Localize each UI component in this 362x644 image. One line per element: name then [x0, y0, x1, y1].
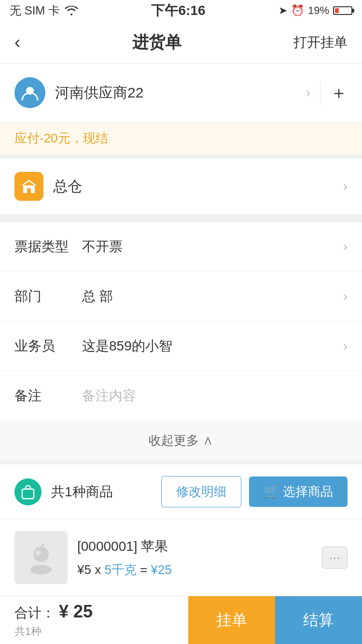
- remark-input[interactable]: 备注内容: [82, 387, 348, 405]
- svg-point-5: [30, 565, 52, 574]
- salesman-chevron-icon: ›: [343, 338, 348, 354]
- department-row[interactable]: 部门 总 部 ›: [0, 272, 362, 322]
- main-content: 河南供应商22 › ＋ 应付-20元，现结 总仓 › 票据类型 不开票 › 部门…: [0, 64, 362, 644]
- product-more-button[interactable]: ···: [322, 546, 348, 569]
- warehouse-name: 总仓: [53, 177, 343, 196]
- product-item: 👁 [0000001] 苹果 ¥5 x 5千克 = ¥25 ···: [0, 519, 362, 600]
- supplier-chevron-icon: ›: [306, 85, 310, 100]
- total-amount: ¥ 25: [59, 602, 93, 622]
- svg-rect-2: [27, 188, 31, 193]
- svg-rect-3: [22, 489, 34, 499]
- page-title: 进货单: [132, 31, 181, 54]
- select-product-button[interactable]: 🛒 选择商品: [249, 476, 348, 507]
- open-pending-button[interactable]: 打开挂单: [293, 33, 348, 52]
- remark-row[interactable]: 备注 备注内容: [0, 371, 362, 421]
- status-time: 下午6:16: [151, 1, 205, 20]
- battery-pct: 19%: [308, 4, 329, 17]
- alarm-icon: ⏰: [291, 4, 304, 17]
- edit-detail-button[interactable]: 修改明细: [161, 476, 241, 507]
- collapse-row[interactable]: 收起更多 ∧: [0, 420, 362, 464]
- product-name: [0000001] 苹果: [77, 537, 312, 556]
- salesman-label: 业务员: [14, 337, 82, 355]
- product-thumbnail: 👁: [14, 531, 68, 584]
- supplier-avatar: [14, 77, 45, 108]
- vertical-divider: [320, 81, 320, 105]
- pending-button[interactable]: 挂单: [188, 596, 275, 644]
- remark-label: 备注: [14, 387, 82, 405]
- product-thumb-svg: 👁: [24, 541, 58, 574]
- product-header-icon: [14, 478, 42, 505]
- add-supplier-button[interactable]: ＋: [330, 81, 348, 105]
- svg-line-6: [41, 544, 44, 546]
- warehouse-icon: [14, 172, 43, 201]
- status-carrier: 无 SIM 卡: [10, 3, 78, 18]
- warehouse-chevron-icon: ›: [343, 179, 348, 194]
- location-icon: ➤: [278, 4, 287, 17]
- invoice-row[interactable]: 票据类型 不开票 ›: [0, 218, 362, 272]
- invoice-label: 票据类型: [14, 238, 82, 256]
- invoice-chevron-icon: ›: [343, 239, 348, 254]
- notice-bar: 应付-20元，现结: [0, 122, 362, 158]
- salesman-value: 这是859的小智: [82, 337, 343, 355]
- footer: 合计： ¥ 25 共1种 挂单 结算: [0, 596, 362, 644]
- product-price: ¥5 x 5千克 = ¥25: [77, 561, 312, 578]
- checkout-button[interactable]: 结算: [275, 596, 362, 644]
- shopping-bag-icon: [20, 484, 36, 500]
- battery-icon: [333, 6, 352, 15]
- warehouse-row[interactable]: 总仓 ›: [0, 158, 362, 218]
- footer-total: 合计： ¥ 25 共1种: [0, 602, 188, 639]
- supplier-section: 河南供应商22 › ＋ 应付-20元，现结: [0, 64, 362, 158]
- nav-bar: ‹ 进货单 打开挂单: [0, 21, 362, 64]
- department-chevron-icon: ›: [343, 289, 348, 304]
- salesman-row[interactable]: 业务员 这是859的小智 ›: [0, 322, 362, 371]
- total-count: 共1种: [14, 624, 174, 639]
- status-indicators: ➤ ⏰ 19%: [278, 4, 352, 17]
- warehouse-svg: [21, 179, 37, 194]
- product-info: [0000001] 苹果 ¥5 x 5千克 = ¥25: [77, 537, 312, 578]
- wifi-icon: [65, 6, 78, 15]
- invoice-value: 不开票: [82, 238, 343, 256]
- svg-text:👁: 👁: [34, 548, 42, 558]
- product-count: 共1种商品: [51, 483, 161, 501]
- status-bar: 无 SIM 卡 下午6:16 ➤ ⏰ 19%: [0, 0, 362, 21]
- department-value: 总 部: [82, 287, 343, 306]
- cart-icon: 🛒: [264, 484, 279, 499]
- supplier-name: 河南供应商22: [55, 83, 306, 103]
- product-header: 共1种商品 修改明细 🛒 选择商品: [0, 464, 362, 519]
- supplier-row[interactable]: 河南供应商22 › ＋: [0, 64, 362, 122]
- total-label: 合计：: [14, 604, 55, 622]
- department-label: 部门: [14, 287, 82, 306]
- user-icon: [21, 84, 39, 101]
- back-button[interactable]: ‹: [14, 32, 20, 53]
